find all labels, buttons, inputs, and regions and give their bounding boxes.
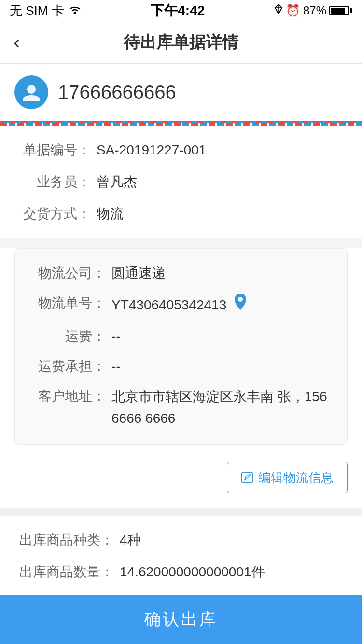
edit-logistics-label: 编辑物流信息 (258, 469, 334, 486)
location-status-icon (274, 4, 283, 17)
page-title: 待出库单据详情 (124, 31, 238, 54)
delivery-value: 物流 (97, 204, 343, 224)
logistics-tracking-row: 物流单号： YT4306405342413 (29, 293, 333, 317)
address-label: 客户地址： (29, 386, 111, 406)
order-info-section: 单据编号： SA-20191227-001 业务员： 曾凡杰 交货方式： 物流 (0, 126, 362, 238)
salesperson-row: 业务员： 曾凡杰 (19, 172, 343, 192)
logistics-company-label: 物流公司： (29, 263, 111, 283)
address-value: 北京市市辖区海淀区永丰南 张，156 6666 6666 (111, 386, 333, 430)
confirm-button[interactable]: 确认出库 (144, 608, 218, 630)
address-row: 客户地址： 北京市市辖区海淀区永丰南 张，156 6666 6666 (29, 386, 333, 430)
goods-quantity-value: 14.620000000000001件 (120, 562, 343, 582)
freight-bear-row: 运费承担： -- (29, 356, 333, 377)
wifi-icon (68, 3, 82, 18)
customer-phone: 17666666666 (58, 82, 176, 103)
freight-row: 运费： -- (29, 326, 333, 347)
freight-bear-value: -- (111, 356, 333, 377)
doc-number-row: 单据编号： SA-20191227-001 (19, 140, 343, 160)
section-divider (0, 508, 362, 516)
alarm-icon: ⏰ (286, 4, 300, 17)
battery-icon (329, 6, 352, 15)
salesperson-value: 曾凡杰 (97, 172, 343, 192)
goods-section: 出库商品种类： 4种 出库商品数量： 14.620000000000001件 (0, 516, 362, 597)
salesperson-label: 业务员： (19, 172, 97, 192)
goods-quantity-row: 出库商品数量： 14.620000000000001件 (19, 562, 343, 582)
avatar (14, 75, 48, 109)
logistics-tracking-value: YT4306405342413 (111, 293, 333, 317)
status-right: ⏰ 87% (274, 4, 352, 17)
logistics-company-value: 圆通速递 (111, 263, 333, 283)
goods-type-value: 4种 (120, 530, 343, 550)
goods-type-row: 出库商品种类： 4种 (19, 530, 343, 550)
status-time: 下午4:42 (151, 1, 205, 20)
delivery-label: 交货方式： (19, 204, 97, 224)
svg-point-0 (73, 12, 76, 14)
edit-btn-row: 编辑物流信息 (0, 454, 362, 508)
edit-logistics-button[interactable]: 编辑物流信息 (227, 462, 348, 493)
svg-rect-3 (242, 472, 252, 483)
battery-text: 87% (303, 4, 326, 17)
delivery-row: 交货方式： 物流 (19, 204, 343, 224)
back-button[interactable]: ‹ (14, 31, 20, 53)
doc-number-value: SA-20191227-001 (97, 140, 343, 160)
freight-bear-label: 运费承担： (29, 356, 111, 377)
customer-header: 17666666666 (0, 64, 362, 123)
goods-quantity-label: 出库商品数量： (19, 562, 120, 582)
status-left: 无 SIM 卡 (10, 2, 82, 19)
freight-value: -- (111, 326, 333, 347)
carrier-text: 无 SIM 卡 (10, 2, 64, 19)
doc-number-label: 单据编号： (19, 140, 97, 160)
logistics-company-row: 物流公司： 圆通速递 (29, 263, 333, 283)
tracking-location-icon[interactable] (233, 293, 248, 317)
logistics-card: 物流公司： 圆通速递 物流单号： YT4306405342413 运费： -- … (14, 248, 348, 445)
nav-bar: ‹ 待出库单据详情 (0, 21, 362, 64)
svg-point-2 (238, 297, 243, 302)
goods-type-label: 出库商品种类： (19, 530, 120, 550)
confirm-btn-container: 确认出库 (0, 595, 362, 644)
status-bar: 无 SIM 卡 下午4:42 ⏰ 87% (0, 0, 362, 21)
svg-point-1 (27, 85, 36, 94)
freight-label: 运费： (29, 326, 111, 347)
logistics-tracking-label: 物流单号： (29, 293, 111, 313)
